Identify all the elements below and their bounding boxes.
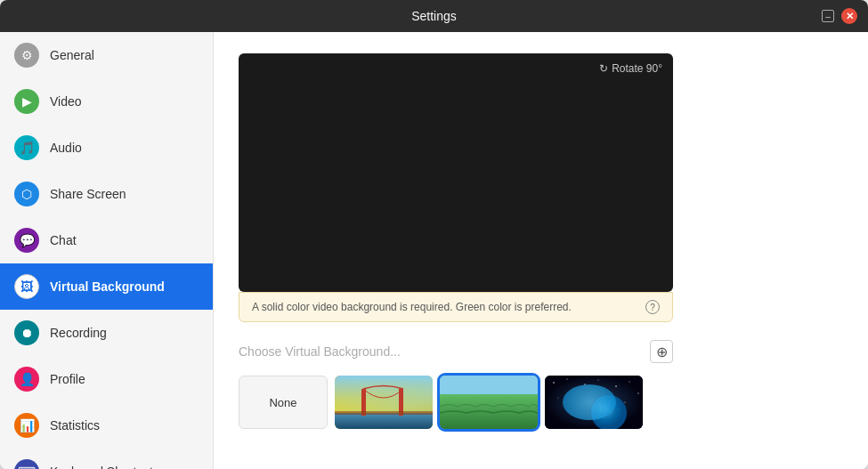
statistics-icon: 📊: [14, 413, 39, 438]
svg-point-9: [584, 384, 585, 384]
space-image: [545, 376, 643, 429]
svg-point-12: [629, 381, 629, 382]
sidebar-label-audio: Audio: [50, 141, 82, 155]
sidebar-item-general[interactable]: ⚙ General: [0, 32, 213, 78]
minimize-button[interactable]: –: [822, 10, 834, 22]
help-icon[interactable]: ?: [645, 300, 660, 314]
content-area: ⚙ General ▶ Video 🎵 Audio ⬡ Share Screen…: [0, 32, 868, 469]
rotate-label: Rotate 90°: [612, 62, 662, 75]
general-icon: ⚙: [14, 43, 39, 68]
sidebar-label-chat: Chat: [50, 233, 77, 247]
svg-point-14: [558, 398, 559, 399]
svg-point-13: [637, 392, 638, 393]
sidebar-item-chat[interactable]: 💬 Chat: [0, 217, 213, 263]
audio-icon: 🎵: [14, 135, 39, 160]
svg-point-8: [566, 378, 567, 379]
main-panel: ↻ Rotate 90° A solid color video backgro…: [214, 32, 868, 469]
svg-point-15: [624, 401, 625, 402]
video-icon: ▶: [14, 89, 39, 114]
svg-rect-1: [335, 413, 433, 429]
keyboard-shortcuts-icon: ⌨: [14, 459, 39, 469]
sidebar-label-keyboard-shortcuts: Keyboard Shortcuts: [50, 465, 159, 469]
sidebar-label-recording: Recording: [50, 326, 107, 340]
settings-window: Settings – ✕ ⚙ General ▶ Video 🎵 Audio: [0, 0, 868, 469]
svg-point-7: [553, 382, 555, 384]
notice-text: A solid color video background is requir…: [252, 301, 572, 313]
sidebar-label-share-screen: Share Screen: [50, 187, 126, 201]
add-background-button[interactable]: ⊕: [650, 340, 673, 363]
window-controls: – ✕: [822, 8, 857, 24]
field-image: [440, 376, 538, 429]
bridge-image: [335, 376, 433, 429]
profile-icon: 👤: [14, 367, 39, 392]
virtual-background-icon: 🖼: [14, 274, 39, 299]
titlebar: Settings – ✕: [0, 0, 868, 32]
svg-rect-4: [335, 411, 433, 415]
sidebar-label-profile: Profile: [50, 372, 85, 386]
window-title: Settings: [411, 9, 457, 23]
sidebar-item-keyboard-shortcuts[interactable]: ⌨ Keyboard Shortcuts: [0, 449, 213, 469]
background-none[interactable]: None: [239, 376, 328, 429]
sidebar-item-recording[interactable]: ⏺ Recording: [0, 310, 213, 356]
sidebar-label-general: General: [50, 48, 94, 62]
video-preview: ↻ Rotate 90°: [239, 53, 673, 292]
close-button[interactable]: ✕: [841, 8, 857, 24]
add-icon: ⊕: [656, 344, 668, 360]
rotate-button[interactable]: ↻ Rotate 90°: [599, 62, 662, 75]
notice-bar: A solid color video background is requir…: [239, 292, 673, 322]
choose-row: Choose Virtual Background... ⊕: [239, 340, 673, 363]
background-field[interactable]: [440, 376, 538, 429]
svg-point-11: [615, 385, 617, 387]
svg-point-10: [598, 380, 599, 381]
recording-icon: ⏺: [14, 320, 39, 345]
sidebar-label-statistics: Statistics: [50, 418, 100, 433]
background-space[interactable]: [545, 376, 643, 429]
background-none-label: None: [269, 396, 296, 409]
choose-placeholder: Choose Virtual Background...: [239, 344, 401, 359]
svg-rect-5: [440, 376, 538, 429]
sidebar-item-profile[interactable]: 👤 Profile: [0, 356, 213, 402]
backgrounds-row: None: [239, 376, 673, 429]
sidebar-item-virtual-background[interactable]: 🖼 Virtual Background: [0, 263, 213, 310]
background-bridge[interactable]: [335, 376, 433, 429]
sidebar-label-video: Video: [50, 94, 82, 109]
sidebar-item-audio[interactable]: 🎵 Audio: [0, 125, 213, 171]
sidebar-item-video[interactable]: ▶ Video: [0, 78, 213, 125]
sidebar-item-share-screen[interactable]: ⬡ Share Screen: [0, 171, 213, 217]
chat-icon: 💬: [14, 228, 39, 253]
sidebar-item-statistics[interactable]: 📊 Statistics: [0, 402, 213, 449]
share-screen-icon: ⬡: [14, 182, 39, 206]
rotate-icon: ↻: [599, 62, 608, 75]
sidebar: ⚙ General ▶ Video 🎵 Audio ⬡ Share Screen…: [0, 32, 214, 469]
sidebar-label-virtual-background: Virtual Background: [50, 279, 165, 294]
